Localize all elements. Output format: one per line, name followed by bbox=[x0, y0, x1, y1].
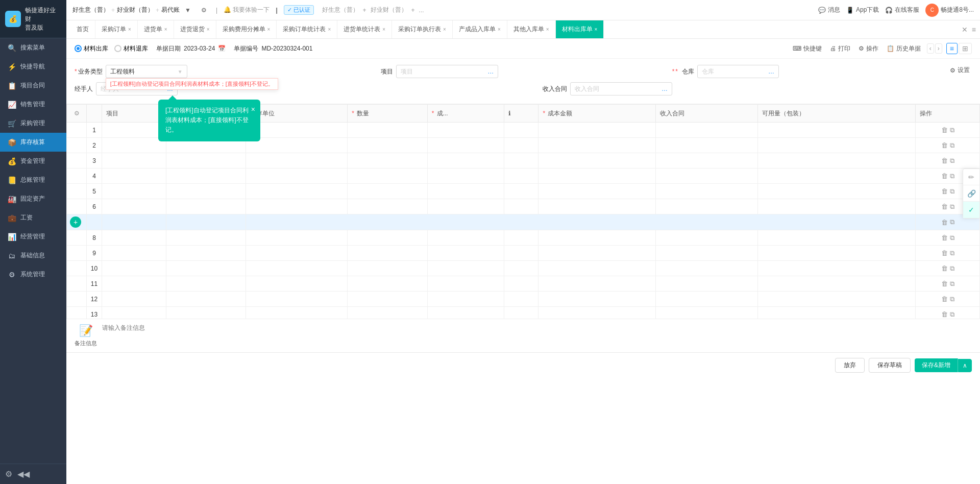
calendar-icon[interactable]: 📅 bbox=[218, 45, 226, 52]
sidebar-item-finance[interactable]: 💰 资金管理 bbox=[0, 152, 66, 171]
copy-row-icon[interactable]: ⧉ bbox=[950, 280, 954, 288]
topbar-extra-2[interactable]: 好业财（普） bbox=[371, 6, 407, 14]
next-arrow[interactable]: › bbox=[935, 43, 942, 54]
tab-close-material-outbound[interactable]: × bbox=[595, 27, 598, 32]
sidebar-item-search[interactable]: 🔍 搜索菜单 bbox=[0, 38, 66, 57]
copy-row-icon[interactable]: ⧉ bbox=[950, 295, 954, 303]
shortcut-btn[interactable]: ⌨ 快捷键 bbox=[791, 43, 824, 54]
sidebar-item-assets[interactable]: 🏭 固定资产 bbox=[0, 189, 66, 208]
sidebar-item-salary[interactable]: 💼 工资 bbox=[0, 208, 66, 227]
topbar-settings-icon[interactable]: ⚙ bbox=[198, 6, 210, 15]
tab-purchase-stats[interactable]: 采购订单统计表 × bbox=[277, 20, 337, 39]
sidebar-item-sales[interactable]: 📈 销售管理 bbox=[0, 95, 66, 114]
float-edit-icon[interactable]: ✏ bbox=[963, 169, 979, 185]
copy-row-icon[interactable]: ⧉ bbox=[950, 218, 954, 226]
sidebar-item-ledger[interactable]: 📒 总账管理 bbox=[0, 171, 66, 189]
income-contract-select[interactable]: 收入合同 … bbox=[570, 82, 672, 95]
copy-row-icon[interactable]: ⧉ bbox=[950, 310, 954, 319]
topbar-online-service[interactable]: 🎧 在线客服 bbox=[885, 6, 919, 14]
copy-row-icon[interactable]: ⧉ bbox=[950, 264, 954, 273]
topbar-try-link[interactable]: 🔔 我要体验一下 bbox=[224, 6, 270, 14]
settings-bottom-icon[interactable]: ⚙ bbox=[5, 469, 12, 479]
copy-row-icon[interactable]: ⧉ bbox=[950, 141, 954, 150]
warehouse-link-icon[interactable]: … bbox=[768, 68, 774, 75]
delete-row-icon[interactable]: 🗑 bbox=[941, 203, 948, 210]
copy-row-icon[interactable]: ⧉ bbox=[950, 157, 954, 165]
project-link-icon[interactable]: … bbox=[487, 68, 494, 75]
table-settings-icon[interactable]: ⚙ bbox=[71, 108, 82, 119]
tab-incoming[interactable]: 进货单 × bbox=[138, 20, 174, 39]
copy-row-icon[interactable]: ⧉ bbox=[950, 203, 954, 211]
float-check-icon[interactable]: ✓ bbox=[963, 202, 979, 218]
tab-close-purchase-stats[interactable]: × bbox=[328, 27, 331, 32]
business-type-select[interactable]: 工程领料 ▼ bbox=[106, 65, 187, 78]
prev-arrow[interactable]: ‹ bbox=[927, 43, 934, 54]
tab-close-purchase-expense[interactable]: × bbox=[267, 27, 271, 32]
sidebar-item-basic[interactable]: 🗂 基础信息 bbox=[0, 246, 66, 265]
print-btn[interactable]: 🖨 打印 bbox=[828, 43, 852, 54]
delete-row-icon[interactable]: 🗑 bbox=[941, 264, 948, 272]
save-new-button[interactable]: 保存&新增 bbox=[915, 358, 958, 372]
tooltip-close-icon[interactable]: × bbox=[251, 104, 255, 115]
radio-material-outbound[interactable]: 材料出库 bbox=[75, 44, 108, 53]
grid-view-btn[interactable]: ⊞ bbox=[959, 43, 972, 54]
history-btn[interactable]: 📋 历史单据 bbox=[885, 43, 923, 54]
save-draft-button[interactable]: 保存草稿 bbox=[869, 358, 911, 373]
delete-row-icon[interactable]: 🗑 bbox=[941, 310, 948, 318]
delete-row-icon[interactable]: 🗑 bbox=[941, 172, 948, 180]
topbar-link-3[interactable]: 易代账 bbox=[161, 6, 180, 14]
add-row-btn[interactable]: + bbox=[70, 216, 81, 228]
tab-close-all[interactable]: ✕ bbox=[962, 26, 968, 34]
delete-row-icon[interactable]: 🗑 bbox=[941, 219, 948, 226]
tab-close-finished-goods[interactable]: × bbox=[498, 27, 501, 32]
income-contract-link-icon[interactable]: … bbox=[662, 85, 668, 92]
tab-purchase-order[interactable]: 采购订单 × bbox=[95, 20, 138, 39]
copy-row-icon[interactable]: ⧉ bbox=[950, 187, 954, 196]
tab-home[interactable]: 首页 bbox=[70, 20, 95, 39]
list-view-btn[interactable]: ≡ bbox=[946, 43, 958, 54]
sidebar-item-project[interactable]: 📋 项目合同 bbox=[0, 76, 66, 95]
topbar-message[interactable]: 💬 消息 bbox=[818, 6, 840, 14]
copy-row-icon[interactable]: ⧉ bbox=[950, 234, 954, 242]
copy-row-icon[interactable]: ⧉ bbox=[950, 172, 954, 180]
delete-row-icon[interactable]: 🗑 bbox=[941, 157, 948, 164]
delete-row-icon[interactable]: 🗑 bbox=[941, 141, 948, 149]
save-new-arrow[interactable]: ∧ bbox=[958, 359, 972, 372]
operation-btn[interactable]: ⚙ 操作 bbox=[856, 43, 880, 54]
topbar-app-download[interactable]: 📱 App下载 bbox=[846, 6, 879, 14]
sidebar-item-purchase[interactable]: 🛒 采购管理 bbox=[0, 114, 66, 133]
tab-incoming-stats[interactable]: 进货单统计表 × bbox=[337, 20, 392, 39]
delete-row-icon[interactable]: 🗑 bbox=[941, 126, 948, 134]
delete-row-icon[interactable]: 🗑 bbox=[941, 249, 948, 257]
tab-finished-goods[interactable]: 产成品入库单 × bbox=[453, 20, 507, 39]
discard-button[interactable]: 放弃 bbox=[835, 358, 865, 373]
delete-row-icon[interactable]: 🗑 bbox=[941, 187, 948, 195]
tab-more[interactable]: ≡ bbox=[972, 26, 976, 34]
sidebar-item-inventory[interactable]: 📦 库存核算 bbox=[0, 133, 66, 152]
float-link-icon[interactable]: 🔗 bbox=[963, 185, 979, 202]
delete-row-icon[interactable]: 🗑 bbox=[941, 280, 948, 287]
tab-purchase-execution[interactable]: 采购订单执行表 × bbox=[392, 20, 453, 39]
topbar-link-2[interactable]: 好业财（普） bbox=[117, 6, 154, 14]
tab-close-purchase-execution[interactable]: × bbox=[443, 27, 446, 32]
copy-row-icon[interactable]: ⧉ bbox=[950, 126, 954, 134]
tab-close-incoming[interactable]: × bbox=[164, 27, 167, 32]
warehouse-select[interactable]: 仓库 … bbox=[697, 65, 779, 78]
topbar-extra-more[interactable]: ... bbox=[419, 7, 424, 14]
copy-row-icon[interactable]: ⧉ bbox=[950, 249, 954, 257]
topbar-link-1[interactable]: 好生意（普） bbox=[72, 6, 109, 14]
radio-material-return[interactable]: 材料退库 bbox=[114, 44, 148, 53]
tab-close-incoming-return[interactable]: × bbox=[207, 27, 210, 32]
topbar-extra-1[interactable]: 好生意（普） bbox=[322, 6, 359, 14]
topbar-dropdown-icon[interactable]: ▼ bbox=[182, 6, 194, 15]
tab-close-other-inbound[interactable]: × bbox=[546, 27, 549, 32]
tab-purchase-expense[interactable]: 采购费用分摊单 × bbox=[216, 20, 277, 39]
tab-other-inbound[interactable]: 其他入库单 × bbox=[507, 20, 556, 39]
sidebar-item-operations[interactable]: 📊 经营管理 bbox=[0, 227, 66, 246]
project-select[interactable]: 项目 … bbox=[396, 65, 498, 78]
notes-input[interactable] bbox=[102, 324, 306, 331]
tab-material-outbound[interactable]: 材料出库单 × bbox=[556, 20, 604, 39]
tab-close-purchase-order[interactable]: × bbox=[128, 27, 131, 32]
delete-row-icon[interactable]: 🗑 bbox=[941, 295, 948, 303]
collapse-icon[interactable]: ◀◀ bbox=[17, 469, 30, 479]
